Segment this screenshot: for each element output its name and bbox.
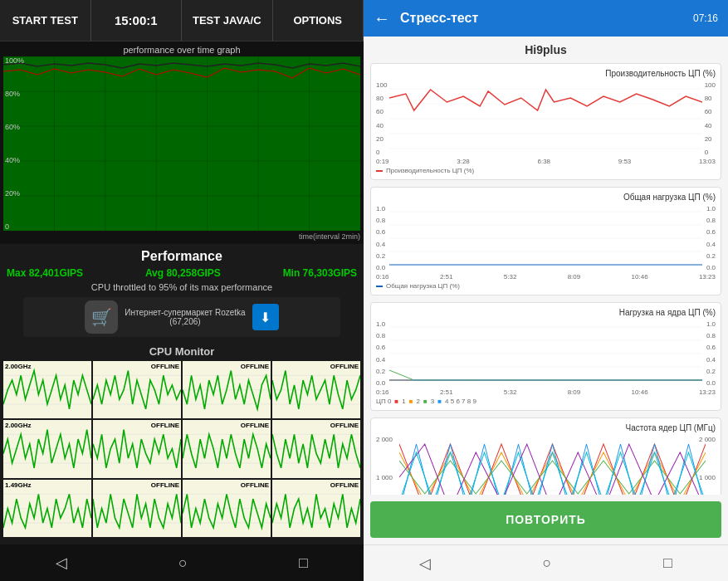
chart-cores-ylabels-left: 1.00.8 0.60.4 0.20.0 [376, 320, 385, 387]
chart-cores-svg [389, 320, 702, 387]
home-button[interactable]: ○ [162, 548, 204, 579]
chart-freq-area: 2 000 1 000 0 2 000 [376, 436, 716, 495]
back-button[interactable]: ◁ [39, 547, 84, 579]
chart-load: Общая нагрузка ЦП (%) 1.00.8 0.60.4 0.20… [370, 187, 721, 295]
repeat-button[interactable]: ПОВТОРИТЬ [370, 501, 721, 538]
cpu-status-2: OFFLINE [241, 363, 269, 370]
chart-freq-svg [399, 436, 706, 495]
ad-icon: 🛒 [85, 300, 118, 334]
chart-load-area: 1.00.8 0.60.4 0.20.0 1.00.8 0.60.4 0. [376, 205, 716, 271]
cpu-status-5: OFFLINE [151, 422, 179, 429]
cpu-cell-3: OFFLINE [272, 361, 360, 418]
cpu-grid: 2.00GHz OFFLINE [3, 361, 360, 537]
perf-max: Max 82,401GIPS [7, 267, 83, 279]
ad-rating: (67,206) [125, 317, 245, 326]
chart-perf-ylabels-right: 10080 6040 200 [705, 81, 716, 156]
cpu-cell-6: OFFLINE [183, 420, 271, 477]
chart-load-ylabels-left: 1.00.8 0.60.4 0.20.0 [376, 205, 385, 271]
cpu-freq-8: 1.49GHz [5, 481, 32, 489]
legend-dot-perf [376, 170, 383, 172]
perf-throttle: CPU throttled to 95% of its max performa… [7, 282, 357, 292]
cpu-cell-11: OFFLINE [272, 480, 360, 537]
perf-stats: Max 82,401GIPS Avg 80,258GIPS Min 76,303… [7, 267, 357, 279]
chart-freq-ylabels-right: 2 000 1 000 0 [699, 436, 716, 495]
chart-performance: Производительность ЦП (%) 10080 6040 200 [370, 63, 721, 180]
cpu-status-1: OFFLINE [151, 363, 179, 370]
device-name: Hi9plus [370, 43, 721, 56]
perf-avg: Avg 80,258GIPS [145, 267, 221, 279]
timer-display: 15:00:1 [91, 0, 183, 41]
cpu-cell-7: OFFLINE [272, 420, 360, 477]
cpu-status-10: OFFLINE [241, 481, 269, 489]
left-nav-bar: ◁ ○ □ [0, 544, 364, 581]
chart-load-ylabels-right: 1.00.8 0.60.4 0.20.0 [706, 205, 716, 271]
chart-freq-ylabels-left: 2 000 1 000 0 [376, 436, 393, 495]
cpu-status-11: OFFLINE [330, 481, 359, 489]
perf-graph-container: performance over time graph 100% 80% 60%… [0, 42, 364, 244]
right-header: ← Стресс-тест 07:16 [364, 0, 728, 37]
cpu-monitor-section: CPU Monitor 2.00GHz OFFLINE [0, 342, 364, 544]
chart-load-svg [389, 205, 702, 271]
cpu-cell-10: OFFLINE [183, 480, 271, 537]
cpu-freq-0: 2.00GHz [5, 363, 32, 370]
cpu-freq-4: 2.00GHz [5, 422, 32, 429]
legend-dot-load [376, 286, 383, 287]
ad-text: Интернет-супермаркет Rozetka (67,206) [125, 308, 245, 326]
top-bar: START TEST 15:00:1 TEST JAVA/C OPTIONS [0, 0, 364, 42]
chart-perf-svg [389, 81, 702, 156]
cpu-cell-2: OFFLINE [183, 361, 271, 418]
test-java-button[interactable]: TEST JAVA/C [182, 0, 273, 41]
perf-graph-svg [3, 56, 360, 231]
performance-section: Performance Max 82,401GIPS Avg 80,258GIP… [0, 244, 364, 342]
cpu-cell-8: 1.49GHz [3, 480, 91, 537]
chart-cores-legend: ЦП 0 ■ 1 ■ 2 ■ 3 ■ 4 5 6 7 8 9 [376, 398, 716, 405]
ad-download-button[interactable]: ⬇ [252, 304, 279, 330]
chart-cores-ylabels-right: 1.00.8 0.60.4 0.20.0 [706, 320, 716, 387]
chart-performance-area: 10080 6040 200 10080 6040 [376, 81, 716, 156]
chart-performance-title: Производительность ЦП (%) [376, 69, 716, 78]
right-home-button[interactable]: ○ [526, 548, 569, 579]
cpu-status-9: OFFLINE [151, 481, 179, 489]
back-arrow-button[interactable]: ← [374, 9, 390, 28]
chart-freq-title: Частота ядер ЦП (МГц) [376, 423, 716, 432]
chart-perf-ylabels-left: 10080 6040 200 [376, 81, 387, 156]
cpu-status-7: OFFLINE [330, 422, 359, 429]
graph-x-label: time(interval 2min) [3, 232, 360, 241]
chart-cores: Нагрузка на ядра ЦП (%) 1.00.8 0.60.4 0.… [370, 302, 721, 411]
chart-perf-legend: Производительность ЦП (%) [376, 167, 716, 174]
cpu-status-6: OFFLINE [241, 422, 269, 429]
ad-name: Интернет-супермаркет Rozetka [125, 308, 245, 317]
stress-test-title: Стресс-тест [400, 11, 478, 26]
chart-cores-title: Нагрузка на ядра ЦП (%) [376, 308, 716, 317]
start-test-button[interactable]: START TEST [0, 0, 91, 41]
cpu-cell-5: OFFLINE [93, 420, 181, 477]
perf-graph-title: performance over time graph [3, 45, 360, 55]
header-time: 07:16 [693, 12, 718, 24]
right-recent-button[interactable]: □ [647, 548, 689, 579]
options-button[interactable]: OPTIONS [273, 0, 364, 41]
right-content[interactable]: Hi9plus Производительность ЦП (%) 10080 … [364, 37, 728, 495]
right-nav-bar: ◁ ○ □ [364, 544, 728, 581]
right-back-button[interactable]: ◁ [403, 548, 447, 579]
cpu-monitor-title: CPU Monitor [3, 345, 360, 358]
chart-freq: Частота ядер ЦП (МГц) 2 000 1 000 0 [370, 417, 721, 495]
right-panel: ← Стресс-тест 07:16 Hi9plus Производител… [364, 0, 728, 581]
cpu-status-3: OFFLINE [330, 363, 359, 370]
recent-button[interactable]: □ [282, 548, 325, 579]
perf-graph: 100% 80% 60% 40% 20% 0 [3, 56, 360, 231]
perf-min: Min 76,303GIPS [283, 267, 357, 279]
chart-cores-area: 1.00.8 0.60.4 0.20.0 1.0 [376, 320, 716, 387]
chart-perf-xlabels: 0:193:28 6:389:53 13:03 [376, 158, 716, 165]
perf-title: Performance [7, 249, 357, 264]
right-bottom: ПОВТОРИТЬ [364, 495, 728, 544]
chart-cores-xlabels: 0:162:51 5:328:09 10:4613:23 [376, 388, 716, 396]
cpu-cell-1: OFFLINE [93, 361, 181, 418]
graph-y-labels: 100% 80% 60% 40% 20% 0 [5, 56, 24, 231]
cpu-cell-9: OFFLINE [93, 480, 181, 537]
left-panel: START TEST 15:00:1 TEST JAVA/C OPTIONS p… [0, 0, 364, 581]
chart-load-legend: Общая нагрузка ЦП (%) [376, 282, 716, 290]
chart-load-title: Общая нагрузка ЦП (%) [376, 193, 716, 202]
cpu-cell-0: 2.00GHz [3, 361, 91, 418]
ad-banner[interactable]: 🛒 Интернет-супермаркет Rozetka (67,206) … [23, 297, 340, 337]
chart-load-xlabels: 0:162:51 5:328:09 10:4613:23 [376, 273, 716, 281]
